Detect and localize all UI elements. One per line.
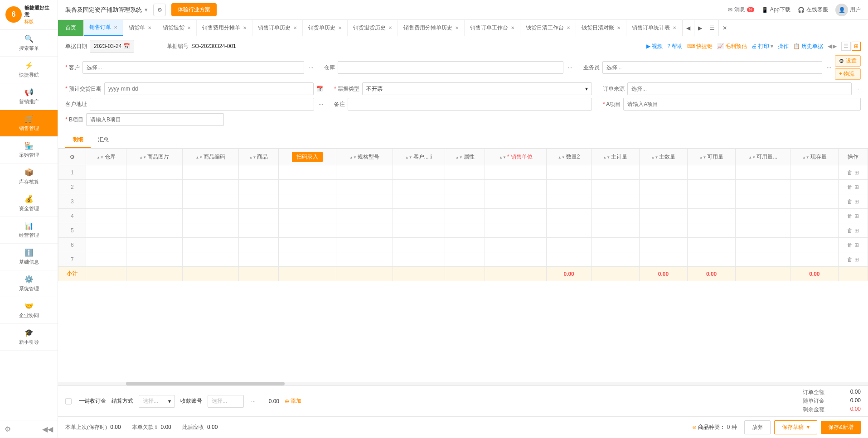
note-input[interactable] bbox=[348, 98, 592, 111]
grid-view-icon[interactable]: ⊞ bbox=[852, 42, 861, 51]
operation-link[interactable]: 操作 bbox=[778, 43, 789, 50]
sidebar-item-营销推广[interactable]: 📢营销推广 bbox=[0, 83, 58, 110]
dropdown-arrow-icon[interactable]: ▾ bbox=[145, 6, 148, 13]
tab-close-icon[interactable]: ✕ bbox=[617, 25, 621, 30]
sidebar-item-库存核算[interactable]: 📦库存核算 bbox=[0, 164, 58, 190]
sidebar-item-基础信息[interactable]: ℹ️基础信息 bbox=[0, 244, 58, 270]
current-owe-info-icon[interactable]: ℹ bbox=[155, 424, 157, 430]
tab-close-icon[interactable]: ✕ bbox=[511, 25, 514, 30]
col-header-scan[interactable]: 扫码录入 bbox=[279, 149, 336, 165]
list-view-icon[interactable]: ☰ bbox=[841, 42, 851, 51]
print-link[interactable]: 🖨 打印 ▾ bbox=[752, 43, 773, 50]
prev-record-btn[interactable]: ◀ bbox=[828, 43, 832, 49]
tab-销售费用分摊单历史[interactable]: 销售费用分摊单历史✕ bbox=[398, 20, 465, 36]
staff-more-icon[interactable]: ··· bbox=[827, 64, 831, 71]
sidebar-item-快捷导航[interactable]: ⚡快捷导航 bbox=[0, 57, 58, 83]
row-copy-icon[interactable]: ⊞ bbox=[854, 198, 859, 205]
view-link[interactable]: ▶ 视频 bbox=[646, 43, 663, 50]
product-count-icon[interactable]: ⊕ bbox=[692, 424, 697, 430]
tab-close-icon[interactable]: ✕ bbox=[187, 25, 191, 30]
sidebar-item-经营管理[interactable]: 📊经营管理 bbox=[0, 217, 58, 244]
sidebar-collapse-icon[interactable]: ◀◀ bbox=[42, 425, 53, 433]
tab-close-icon[interactable]: ✕ bbox=[388, 25, 392, 30]
sidebar-item-销售管理[interactable]: 🛒销售管理 bbox=[0, 110, 58, 137]
tab-close-icon[interactable]: ✕ bbox=[673, 25, 676, 30]
tab-销货退货历史[interactable]: 销货退货历史✕ bbox=[348, 20, 398, 36]
row-delete-icon[interactable]: 🗑 bbox=[847, 213, 853, 219]
row-copy-icon[interactable]: ⊞ bbox=[854, 227, 859, 234]
online-service-group[interactable]: 🎧 在线客服 bbox=[798, 6, 828, 14]
sidebar-gear-icon[interactable]: ⚙ bbox=[5, 425, 11, 433]
staff-input[interactable] bbox=[602, 61, 822, 74]
help-link[interactable]: ? 帮助 bbox=[667, 43, 683, 50]
user-group[interactable]: 👤 用户 bbox=[835, 4, 861, 16]
print-dropdown-icon[interactable]: ▾ bbox=[771, 43, 773, 49]
next-record-btn[interactable]: ▶ bbox=[833, 43, 837, 49]
detail-tab-汇总[interactable]: 汇总 bbox=[91, 132, 116, 148]
tab-销货退货[interactable]: 销货退货✕ bbox=[157, 20, 197, 36]
tab-销货单[interactable]: 销货单✕ bbox=[123, 20, 157, 36]
calendar-icon[interactable]: 📅 bbox=[123, 43, 130, 49]
industry-solution-button[interactable]: 体验行业方案 bbox=[171, 3, 217, 16]
row-copy-icon[interactable]: ⊞ bbox=[854, 169, 859, 176]
tab-销货单历史[interactable]: 销货单历史✕ bbox=[303, 20, 348, 36]
sidebar-item-资金管理[interactable]: 💰资金管理 bbox=[0, 190, 58, 217]
row-delete-icon[interactable]: 🗑 bbox=[847, 169, 853, 176]
history-link[interactable]: 📋 历史单据 bbox=[793, 43, 823, 50]
order-source-input[interactable] bbox=[627, 82, 852, 95]
customer-input[interactable] bbox=[82, 61, 304, 74]
add-logistics-btn[interactable]: + 物流 bbox=[835, 68, 861, 80]
tab-销售费用分摊单[interactable]: 销售费用分摊单✕ bbox=[197, 20, 252, 36]
row-delete-icon[interactable]: 🗑 bbox=[847, 184, 853, 190]
horizontal-scrollbar[interactable] bbox=[58, 382, 868, 385]
tab-close-icon[interactable]: ✕ bbox=[243, 25, 247, 30]
warehouse-more-icon[interactable]: ··· bbox=[568, 64, 572, 71]
sidebar-item-采购管理[interactable]: 🏪采购管理 bbox=[0, 137, 58, 164]
account-select[interactable]: 选择... bbox=[208, 395, 244, 408]
one-click-checkbox[interactable] bbox=[65, 398, 72, 404]
sidebar-item-新手引导[interactable]: 🎓新手引导 bbox=[0, 324, 58, 351]
warehouse-input[interactable]: 成品库 bbox=[338, 61, 563, 74]
app-download-group[interactable]: 📱 App下载 bbox=[761, 6, 790, 14]
tab-nav-prev[interactable]: ◀ bbox=[682, 20, 694, 36]
settings-side-btn[interactable]: ⚙ 设置 bbox=[835, 55, 861, 67]
tab-销售订单工作台[interactable]: 销售订单工作台✕ bbox=[465, 20, 520, 36]
tab-nav-next[interactable]: ▶ bbox=[694, 20, 706, 36]
scan-btn[interactable]: 扫码录入 bbox=[292, 152, 323, 162]
tab-钱货日清对账[interactable]: 钱货日清对账✕ bbox=[576, 20, 626, 36]
a-project-input[interactable] bbox=[623, 98, 861, 111]
address-input[interactable] bbox=[90, 98, 314, 111]
address-more-icon[interactable]: ··· bbox=[319, 101, 323, 107]
tab-close-icon[interactable]: ✕ bbox=[114, 25, 117, 30]
row-copy-icon[interactable]: ⊞ bbox=[854, 184, 859, 190]
row-copy-icon[interactable]: ⊞ bbox=[854, 242, 859, 248]
tab-销售订单历史[interactable]: 销售订单历史✕ bbox=[252, 20, 303, 36]
tab-销售订单[interactable]: 销售订单✕ bbox=[84, 20, 123, 36]
b-project-input[interactable] bbox=[86, 113, 224, 126]
invoice-select[interactable]: 不开票 ▾ bbox=[362, 82, 592, 95]
add-payment-link[interactable]: ⊕ 添加 bbox=[285, 397, 301, 405]
tab-销售订单统计表[interactable]: 销售订单统计表✕ bbox=[626, 20, 682, 36]
account-more-icon[interactable]: ··· bbox=[251, 398, 256, 404]
save-new-button[interactable]: 保存&新增 bbox=[821, 421, 861, 434]
discard-button[interactable]: 放弃 bbox=[744, 420, 771, 434]
order-source-more-icon[interactable]: ··· bbox=[856, 86, 861, 92]
row-delete-icon[interactable]: 🗑 bbox=[847, 198, 853, 205]
row-delete-icon[interactable]: 🗑 bbox=[847, 256, 853, 263]
date-input[interactable]: 2023-03-24 📅 bbox=[90, 40, 134, 53]
row-copy-icon[interactable]: ⊞ bbox=[854, 256, 859, 263]
sidebar-item-企业协同[interactable]: 🤝企业协同 bbox=[0, 297, 58, 324]
message-group[interactable]: ✉ 消息 9 bbox=[728, 6, 754, 14]
row-delete-icon[interactable]: 🗑 bbox=[847, 227, 853, 234]
settings-icon-button[interactable]: ⚙ bbox=[153, 4, 166, 16]
tab-nav-more[interactable]: ☰ bbox=[706, 20, 718, 36]
tab-close-icon[interactable]: ✕ bbox=[567, 25, 570, 30]
calendar2-icon[interactable]: 📅 bbox=[316, 86, 323, 92]
save-draft-dropdown-icon[interactable]: ▾ bbox=[807, 424, 810, 430]
row-copy-icon[interactable]: ⊞ bbox=[854, 213, 859, 219]
profit-link[interactable]: 📈 毛利预估 bbox=[717, 43, 747, 50]
tab-close-icon[interactable]: ✕ bbox=[148, 25, 151, 30]
sidebar-item-搜索菜单[interactable]: 🔍搜索菜单 bbox=[0, 30, 58, 57]
tab-close-icon[interactable]: ✕ bbox=[293, 25, 297, 30]
customer-more-icon[interactable]: ··· bbox=[309, 64, 313, 71]
